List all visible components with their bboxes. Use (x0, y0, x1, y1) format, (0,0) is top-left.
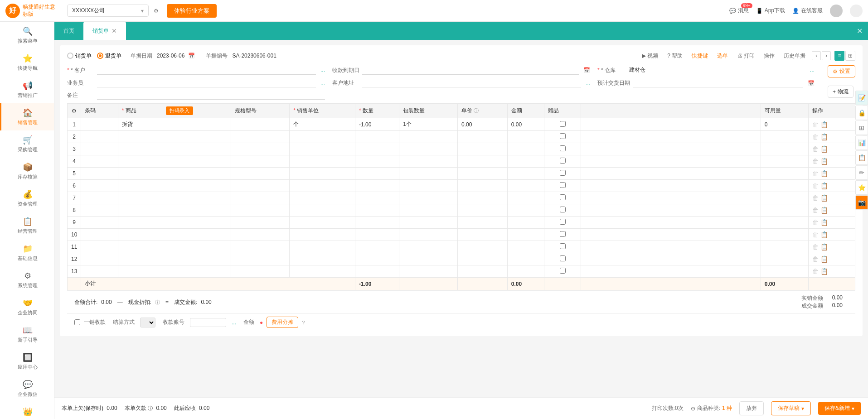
unit-1[interactable]: 个 (290, 118, 355, 131)
save-draft-button[interactable]: 保存草稿 ▾ (771, 401, 811, 415)
sidebar-item-search[interactable]: 🔍 搜索菜单 (0, 22, 54, 49)
right-action-1[interactable]: 📝 (855, 91, 868, 105)
one-click-payment-checkbox[interactable] (74, 319, 80, 325)
delete-icon-3[interactable]: 🗑 (812, 145, 819, 153)
delete-icon-13[interactable]: 🗑 (812, 268, 819, 275)
delete-icon-10[interactable]: 🗑 (812, 231, 819, 238)
tab-sales-order[interactable]: 销货单 ✕ (83, 22, 126, 40)
account-input[interactable] (190, 318, 226, 327)
right-action-4[interactable]: 📊 (855, 135, 868, 150)
copy-icon-1[interactable]: 📋 (820, 121, 828, 128)
copy-icon-6[interactable]: 📋 (820, 182, 828, 189)
sidebar-item-apps[interactable]: 🔲 应用中心 (0, 348, 54, 375)
notes-input[interactable] (97, 91, 325, 100)
calendar-icon[interactable]: 📅 (188, 53, 195, 59)
copy-icon-9[interactable]: 📋 (820, 219, 828, 226)
discard-button[interactable]: 放弃 (739, 401, 764, 415)
tab-close-all-icon[interactable]: ✕ (857, 27, 863, 35)
delete-icon-5[interactable]: 🗑 (812, 170, 819, 177)
spec-1[interactable] (231, 118, 290, 131)
shortcut-btn[interactable]: 快捷键 (689, 51, 711, 61)
customer-dots[interactable]: ... (320, 67, 325, 73)
print-btn[interactable]: 🖨 打印 (734, 51, 757, 61)
delete-icon-7[interactable]: 🗑 (812, 194, 819, 202)
expected-date-calendar-icon[interactable]: 📅 (808, 80, 815, 87)
amount-1[interactable]: 0.00 (507, 118, 544, 131)
user-avatar[interactable] (830, 5, 843, 17)
next-arrow[interactable]: › (822, 51, 831, 60)
warehouse-dots[interactable]: ... (810, 67, 815, 73)
settings-icon[interactable]: ⚙ (149, 4, 163, 18)
col-settings[interactable]: ⚙ (68, 104, 81, 118)
expected-date-input[interactable] (633, 79, 803, 87)
gift-1[interactable] (544, 118, 581, 131)
sidebar-item-wecom[interactable]: 💬 企业微信 (0, 375, 54, 402)
payment-method-select[interactable] (140, 318, 155, 327)
copy-icon-12[interactable]: 📋 (820, 255, 828, 263)
history-btn[interactable]: 历史单据 (781, 51, 808, 61)
message-button[interactable]: 💬 消息 99+ (729, 7, 749, 14)
customer-address-dots[interactable]: ... (586, 80, 590, 87)
radio-sales[interactable]: 销货单 (67, 52, 92, 60)
right-action-7[interactable]: ⭐ (855, 180, 868, 195)
help-btn[interactable]: ? 帮助 (664, 51, 685, 61)
account-dots[interactable]: ... (232, 319, 236, 326)
sidebar-item-operations[interactable]: 📋 经营管理 (0, 212, 54, 239)
sidebar-item-inventory[interactable]: 📦 库存核算 (0, 158, 54, 185)
tab-close-icon[interactable]: ✕ (112, 27, 117, 34)
salesperson-input[interactable] (97, 79, 316, 87)
select-btn[interactable]: 选单 (714, 51, 731, 61)
radio-return[interactable]: 退货单 (97, 52, 121, 60)
right-action-3[interactable]: ⊞ (855, 120, 868, 135)
logistics-button[interactable]: + 物流 (828, 86, 853, 98)
right-action-2[interactable]: 🔒 (855, 106, 868, 120)
sidebar-item-guide[interactable]: 📖 新手引导 (0, 321, 54, 348)
sidebar-item-finance[interactable]: 💰 资金管理 (0, 185, 54, 212)
delete-icon-4[interactable]: 🗑 (812, 158, 819, 165)
copy-icon-11[interactable]: 📋 (820, 243, 828, 250)
copy-icon-8[interactable]: 📋 (820, 207, 828, 214)
copy-icon-2[interactable]: 📋 (820, 133, 828, 140)
online-service-button[interactable]: 👤 在线客服 (792, 7, 823, 14)
copy-icon-3[interactable]: 📋 (820, 145, 828, 153)
prev-arrow[interactable]: ‹ (812, 51, 821, 60)
pkg-qty-1[interactable]: 1个 (399, 118, 458, 131)
sidebar-item-sales[interactable]: 🏠 销售管理 (0, 103, 54, 130)
delete-icon-2[interactable]: 🗑 (812, 133, 819, 140)
delete-icon-6[interactable]: 🗑 (812, 182, 819, 189)
operate-btn[interactable]: 操作 (761, 51, 777, 61)
customer-address-input[interactable] (362, 79, 581, 87)
sidebar-item-purchase[interactable]: 🛒 采购管理 (0, 130, 54, 158)
trial-button[interactable]: 体验行业方案 (167, 4, 217, 18)
right-action-8[interactable]: 📷 (855, 195, 868, 210)
salesperson-dots[interactable]: ... (320, 80, 325, 87)
form-settings-button[interactable]: ⚙ 设置 (828, 65, 855, 77)
list-view-btn[interactable]: ≡ (834, 51, 844, 61)
sidebar-item-marketing[interactable]: 📢 营销推广 (0, 76, 54, 103)
right-action-5[interactable]: 📋 (855, 150, 868, 165)
company-selector[interactable]: XXXXXX公司 ▾ (67, 5, 149, 17)
delete-icon-11[interactable]: 🗑 (812, 243, 819, 250)
save-new-button[interactable]: 保存&新增 ▾ (818, 402, 861, 415)
right-action-6[interactable]: ✏ (855, 165, 868, 180)
grid-view-btn[interactable]: ⊞ (845, 51, 855, 61)
price-1[interactable]: 0.00 (458, 118, 508, 131)
sidebar-item-basic[interactable]: 📁 基础信息 (0, 239, 54, 266)
payment-due-input[interactable] (362, 66, 579, 75)
copy-icon-7[interactable]: 📋 (820, 194, 828, 202)
fee-split-button[interactable]: 费用分摊 (267, 317, 298, 328)
qty-1[interactable]: -1.00 (355, 118, 399, 131)
sidebar-item-member[interactable]: 👑 畅会员 (0, 402, 54, 419)
delete-icon-12[interactable]: 🗑 (812, 255, 819, 263)
delete-icon-9[interactable]: 🗑 (812, 219, 819, 226)
delete-icon-8[interactable]: 🗑 (812, 207, 819, 214)
copy-icon-4[interactable]: 📋 (820, 158, 828, 165)
scan-button[interactable]: 扫码录入 (166, 106, 193, 115)
video-btn[interactable]: ▶ 视频 (639, 51, 661, 61)
tab-home[interactable]: 首页 (54, 22, 83, 40)
delete-icon-1[interactable]: 🗑 (812, 121, 819, 128)
copy-icon-10[interactable]: 📋 (820, 231, 828, 238)
barcode-1[interactable] (81, 118, 118, 131)
copy-icon-5[interactable]: 📋 (820, 170, 828, 177)
copy-icon-13[interactable]: 📋 (820, 268, 828, 275)
